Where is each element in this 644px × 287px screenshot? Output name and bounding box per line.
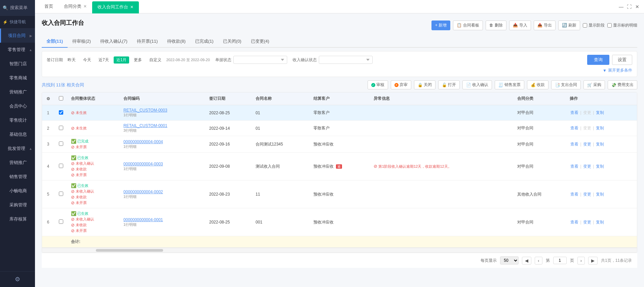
sub-tab-pending-income-confirm[interactable]: 待收入确认(7) xyxy=(96,36,132,48)
change-btn-3[interactable]: 变更 xyxy=(582,142,592,147)
show-detail-checkbox[interactable]: 显示标的明细 xyxy=(607,23,637,28)
sidebar-item-basic-info[interactable]: 基础信息 xyxy=(0,127,35,141)
sub-tab-completed[interactable]: 已完成(1) xyxy=(190,36,218,48)
date-btn-1month[interactable]: 近1月 xyxy=(114,56,129,64)
change-btn-6[interactable]: 变更 xyxy=(582,220,592,224)
last-page-btn[interactable]: ▶ xyxy=(588,257,598,264)
open-btn[interactable]: 🔓 打开 xyxy=(438,80,460,89)
code-link-3[interactable]: 0000000000004-0004 xyxy=(123,139,163,144)
purchase-btn[interactable]: 🛒 采购 xyxy=(583,80,605,89)
set-button[interactable]: 设置 xyxy=(612,55,632,65)
td-checkbox-2[interactable] xyxy=(54,121,68,136)
sidebar-item-member-center[interactable]: 会员中心 xyxy=(0,99,35,113)
close-btn[interactable]: 🔒 关闭 xyxy=(414,80,435,89)
th-settings[interactable]: ⚙ xyxy=(42,92,54,105)
expand-filter-btn[interactable]: ▼ 展开更多条件 xyxy=(603,68,632,73)
copy-btn-5[interactable]: 复制 xyxy=(595,192,605,197)
sidebar-item-wholesale[interactable]: 批发管理 ▲ xyxy=(0,141,35,156)
th-checkbox[interactable] xyxy=(54,92,68,105)
code-link-1[interactable]: RETAIL_CUSTOM-0003 xyxy=(123,108,167,113)
import-button[interactable]: 📥 导入 xyxy=(509,20,531,30)
scrollbar-thumb[interactable] xyxy=(96,249,163,252)
filter-doc-status-select[interactable] xyxy=(233,56,287,64)
view-btn-6[interactable]: 查看 xyxy=(570,220,579,224)
tab-contract-category-close[interactable]: ✕ xyxy=(83,4,87,9)
sub-tab-pending-review[interactable]: 待审核(2) xyxy=(68,36,96,48)
sub-tab-changed[interactable]: 已变更(4) xyxy=(246,36,274,48)
change-btn-5[interactable]: 变更 xyxy=(582,192,592,197)
date-btn-more[interactable]: 更多 xyxy=(131,56,145,64)
code-link-4[interactable]: 0000000000004-0003 xyxy=(123,162,163,166)
sidebar-item-retail-management[interactable]: 零售管理 ▲ xyxy=(0,43,35,57)
row-checkbox-3[interactable] xyxy=(59,141,63,146)
minimize-btn[interactable]: — xyxy=(618,4,624,9)
view-btn-2[interactable]: 查看 xyxy=(570,126,579,130)
show-stage-checkbox[interactable]: 显示阶段 xyxy=(583,23,605,28)
sidebar-item-xiaochangec[interactable]: 小畅电商 xyxy=(0,184,35,198)
row-checkbox-2[interactable] xyxy=(59,126,63,130)
row-checkbox-4[interactable] xyxy=(59,164,63,168)
export-button[interactable]: 📤 导出 xyxy=(534,20,556,30)
td-checkbox-6[interactable] xyxy=(54,208,68,236)
sidebar-item-retail-stats[interactable]: 零售统计 xyxy=(0,113,35,127)
sidebar-item-sales-management[interactable]: 销售管理 xyxy=(0,170,35,184)
copy-btn-4[interactable]: 复制 xyxy=(595,164,605,169)
sub-tab-all[interactable]: 全部(11) xyxy=(42,36,68,48)
query-button[interactable]: 查询 xyxy=(587,55,609,65)
copy-btn-3[interactable]: 复制 xyxy=(595,142,605,147)
tab-income-contract-close[interactable]: ✕ xyxy=(130,5,134,9)
page-number-input[interactable] xyxy=(553,257,567,264)
copy-btn-2[interactable]: 复制 xyxy=(595,126,605,130)
prev-page-btn[interactable]: ‹ xyxy=(535,257,542,264)
maximize-btn[interactable]: ⛶ xyxy=(627,4,632,9)
sidebar-item-smart-store[interactable]: 智慧门店 xyxy=(0,57,35,71)
tab-home[interactable]: 首页 xyxy=(39,0,59,13)
view-btn-1[interactable]: 查看 xyxy=(570,110,579,115)
date-btn-7days[interactable]: 近7天 xyxy=(96,56,112,64)
sales-invoice-btn[interactable]: 🧾 销售发票 xyxy=(495,80,524,89)
page-size-select[interactable]: 50 20 100 xyxy=(500,256,519,264)
change-btn-1[interactable]: 变更 xyxy=(582,110,592,115)
row-checkbox-5[interactable] xyxy=(59,192,63,196)
sub-tab-pending-payment[interactable]: 待收款(8) xyxy=(162,36,190,48)
show-detail-input[interactable] xyxy=(607,23,612,28)
expense-out-btn[interactable]: 💸 费用支出 xyxy=(608,80,637,89)
code-link-5[interactable]: 0000000000004-0002 xyxy=(123,190,163,194)
first-page-btn[interactable]: ◀ xyxy=(522,257,531,264)
sub-tab-pending-invoice[interactable]: 待开票(11) xyxy=(132,36,162,48)
income-confirm-btn[interactable]: 📄 收入确认 xyxy=(462,80,492,89)
show-stage-input[interactable] xyxy=(583,23,587,28)
td-checkbox-4[interactable] xyxy=(54,153,68,180)
kanban-button[interactable]: 📋 合同看板 xyxy=(453,20,483,30)
date-btn-custom[interactable]: 自定义 xyxy=(147,56,164,64)
td-checkbox-5[interactable] xyxy=(54,180,68,208)
td-checkbox-3[interactable] xyxy=(54,136,68,153)
payment-btn[interactable]: 💰 收款 xyxy=(527,80,548,89)
next-page-btn[interactable]: › xyxy=(577,257,585,264)
view-btn-5[interactable]: 查看 xyxy=(570,192,579,197)
view-btn-3[interactable]: 查看 xyxy=(570,142,579,147)
tab-income-contract[interactable]: 收入合同工作台 ✕ xyxy=(92,1,139,13)
filter-income-confirm-select[interactable] xyxy=(319,56,373,64)
row-checkbox-6[interactable] xyxy=(59,219,63,224)
change-btn-4[interactable]: 变更 xyxy=(582,164,592,169)
view-btn-4[interactable]: 查看 xyxy=(570,164,579,169)
delete-button[interactable]: 🗑 删除 xyxy=(486,20,506,30)
sidebar-item-purchase[interactable]: 采购管理 xyxy=(0,198,35,212)
refresh-button[interactable]: 🔄 刷新 xyxy=(558,20,580,30)
select-all-checkbox[interactable] xyxy=(59,96,63,100)
horizontal-scrollbar[interactable] xyxy=(42,248,637,252)
copy-btn-6[interactable]: 复制 xyxy=(595,220,605,224)
sidebar-item-retail-mall[interactable]: 零售商城 xyxy=(0,71,35,85)
sidebar-item-marketing-1[interactable]: 营销推广 xyxy=(0,85,35,99)
new-button[interactable]: + 新增 xyxy=(431,20,450,30)
sidebar-search[interactable]: 🔍 搜索菜单 xyxy=(0,0,35,16)
sidebar-item-marketing-2[interactable]: 营销推广 xyxy=(0,156,35,170)
sidebar-settings-btn[interactable]: ⚙ xyxy=(0,271,35,287)
change-btn-2[interactable]: 变更 xyxy=(582,126,592,130)
sidebar-item-stock[interactable]: 库存核算 xyxy=(0,212,35,226)
expense-contract-btn[interactable]: 📑 支出合同 xyxy=(551,80,581,89)
date-btn-yesterday[interactable]: 昨天 xyxy=(65,56,78,64)
tab-contract-category[interactable]: 合同分类 ✕ xyxy=(59,0,92,13)
td-checkbox-1[interactable] xyxy=(54,105,68,121)
